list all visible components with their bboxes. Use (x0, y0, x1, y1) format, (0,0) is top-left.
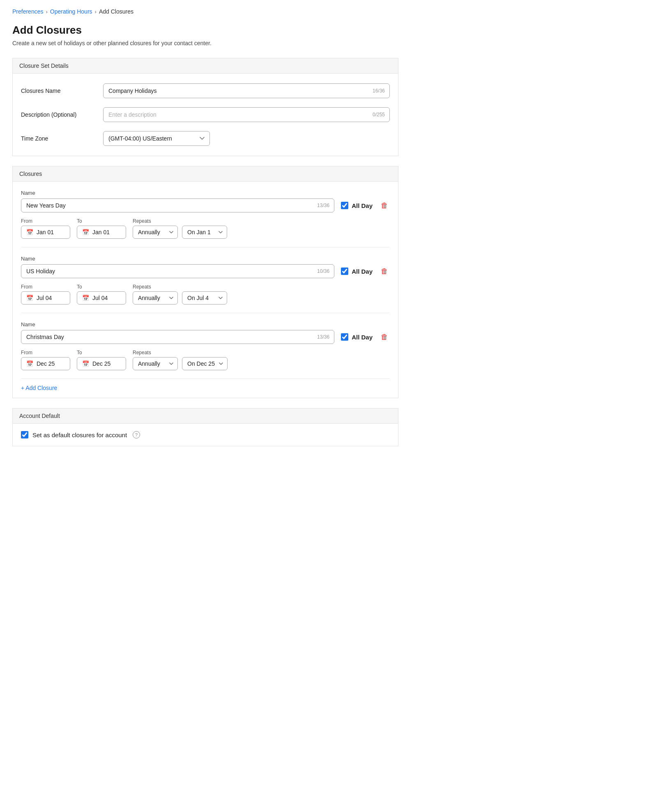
closure-1-from-date: Jan 01 (37, 229, 54, 235)
closure-1-repeats-selects: Annually Monthly Weekly Never On Jan 1 O… (133, 226, 227, 239)
breadcrumb: Preferences › Operating Hours › Add Clos… (12, 8, 398, 15)
closure-3-to-calendar-icon: 📅 (82, 360, 89, 367)
closure-2-repeats-selects: Annually Monthly Weekly Never On Jul 4 O… (133, 291, 227, 304)
closure-1-to-input[interactable]: 📅 Jan 01 (77, 226, 126, 239)
add-closure-button[interactable]: + Add Closure (21, 379, 57, 398)
closure-2-to-label: To (77, 284, 126, 290)
closure-3-repeats-selects: Annually Monthly Weekly Never On Dec 25 … (133, 357, 228, 370)
closure-3-to-group: To 📅 Dec 25 (77, 350, 126, 370)
page-subtitle: Create a new set of holidays or other pl… (12, 40, 398, 46)
closure-2-from-calendar-icon: 📅 (26, 295, 33, 301)
closure-2-from-date: Jul 04 (37, 295, 52, 301)
closure-3-to-label: To (77, 350, 126, 355)
closure-3-from-date: Dec 25 (37, 360, 55, 367)
closure-1-to-calendar-icon: 📅 (82, 229, 89, 235)
closure-3-allday-label: All Day (352, 334, 373, 341)
closures-name-label: Closures Name (21, 88, 103, 94)
closure-3-allday-checkbox[interactable] (341, 333, 348, 341)
timezone-label: Time Zone (21, 135, 103, 142)
account-default-header: Account Default (12, 408, 398, 424)
closure-3-repeats-group: Repeats Annually Monthly Weekly Never On… (133, 350, 228, 370)
closure-1-to-label: To (77, 218, 126, 224)
closure-3-delete-button[interactable]: 🗑 (379, 331, 390, 343)
closure-1-repeats-label: Repeats (133, 218, 227, 224)
closure-2-delete-button[interactable]: 🗑 (379, 265, 390, 277)
closure-item-1: Name 13/36 All Day 🗑 From 📅 Ja (21, 182, 390, 247)
description-label: Description (Optional) (21, 111, 103, 118)
description-input[interactable] (103, 107, 390, 122)
default-checkbox[interactable] (21, 431, 28, 438)
closure-3-repeats-select[interactable]: Annually Monthly Weekly Never (133, 357, 178, 370)
closure-2-dates-row: From 📅 Jul 04 To 📅 Jul 04 Repeats (21, 284, 390, 304)
closure-1-from-group: From 📅 Jan 01 (21, 218, 70, 239)
closure-item-3: Name 13/36 All Day 🗑 From 📅 De (21, 313, 390, 379)
description-row: Description (Optional) 0/255 (21, 107, 390, 122)
breadcrumb-current: Add Closures (99, 8, 133, 15)
closure-2-name-field: 10/36 (21, 264, 334, 278)
closures-name-row: Closures Name 16/36 (21, 83, 390, 98)
closure-3-name-field: 13/36 (21, 330, 334, 344)
closure-2-repeats-select[interactable]: Annually Monthly Weekly Never (133, 291, 178, 304)
closure-1-dates-row: From 📅 Jan 01 To 📅 Jan 01 Repeats (21, 218, 390, 239)
closure-3-dates-row: From 📅 Dec 25 To 📅 Dec 25 Repeats (21, 350, 390, 370)
timezone-select[interactable]: (GMT-04:00) US/Eastern (GMT-05:00) US/Ce… (103, 131, 210, 146)
closure-1-from-calendar-icon: 📅 (26, 229, 33, 235)
closure-2-repeats-group: Repeats Annually Monthly Weekly Never On… (133, 284, 227, 304)
closure-2-name-row: 10/36 All Day 🗑 (21, 264, 390, 278)
closure-1-name-field: 13/36 (21, 198, 334, 212)
timezone-row: Time Zone (GMT-04:00) US/Eastern (GMT-05… (21, 131, 390, 146)
closure-2-allday-checkbox[interactable] (341, 268, 348, 275)
closure-3-repeats-label: Repeats (133, 350, 228, 355)
closures-section: Closures Name 13/36 All Day 🗑 From (12, 166, 398, 398)
closure-1-repeats-select[interactable]: Annually Monthly Weekly Never (133, 226, 178, 239)
account-default-body: Set as default closures for account ? (12, 424, 398, 446)
closure-1-name-label: Name (21, 190, 390, 196)
closures-section-header: Closures (12, 166, 398, 182)
closure-3-from-label: From (21, 350, 70, 355)
closure-1-to-date: Jan 01 (92, 229, 110, 235)
closure-2-allday-label: All Day (352, 268, 373, 275)
closure-1-allday-area: All Day (341, 202, 373, 209)
closure-3-on-select[interactable]: On Dec 25 On Dec 24 On Dec 26 (182, 357, 228, 370)
closure-3-from-calendar-icon: 📅 (26, 360, 33, 367)
closure-3-to-date: Dec 25 (92, 360, 110, 367)
breadcrumb-operating-hours[interactable]: Operating Hours (50, 8, 92, 15)
closures-name-field: 16/36 (103, 83, 390, 98)
page-title: Add Closures (12, 24, 398, 37)
default-label: Set as default closures for account (32, 431, 127, 438)
closure-1-delete-button[interactable]: 🗑 (379, 200, 390, 212)
closure-2-allday-area: All Day (341, 268, 373, 275)
closure-2-from-input[interactable]: 📅 Jul 04 (21, 291, 70, 304)
closure-1-from-input[interactable]: 📅 Jan 01 (21, 226, 70, 239)
help-icon[interactable]: ? (133, 431, 140, 438)
closures-name-input[interactable] (103, 83, 390, 98)
closure-1-allday-label: All Day (352, 202, 373, 209)
closure-set-details-header: Closure Set Details (12, 58, 398, 74)
closure-2-repeats-label: Repeats (133, 284, 227, 290)
closure-2-name-input[interactable] (21, 264, 334, 278)
closure-1-name-input[interactable] (21, 198, 334, 212)
closure-3-allday-area: All Day (341, 333, 373, 341)
closure-1-to-group: To 📅 Jan 01 (77, 218, 126, 239)
breadcrumb-preferences[interactable]: Preferences (12, 8, 43, 15)
closure-1-on-select[interactable]: On Jan 1 On Jan 2 On Jan 3 (182, 226, 227, 239)
closure-2-to-input[interactable]: 📅 Jul 04 (77, 291, 126, 304)
closure-2-on-select[interactable]: On Jul 4 On Jul 3 On Jul 5 (182, 291, 227, 304)
closure-1-allday-checkbox[interactable] (341, 202, 348, 209)
account-default-section: Account Default Set as default closures … (12, 408, 398, 446)
closure-3-from-group: From 📅 Dec 25 (21, 350, 70, 370)
closure-3-to-input[interactable]: 📅 Dec 25 (77, 357, 126, 370)
closure-2-to-calendar-icon: 📅 (82, 295, 89, 301)
default-row: Set as default closures for account ? (21, 431, 390, 438)
closure-2-from-label: From (21, 284, 70, 290)
closure-2-name-label: Name (21, 256, 390, 262)
closure-2-to-group: To 📅 Jul 04 (77, 284, 126, 304)
closure-3-name-label: Name (21, 321, 390, 328)
breadcrumb-sep-1: › (46, 9, 47, 15)
closure-2-to-date: Jul 04 (92, 295, 108, 301)
closure-set-details-section: Closure Set Details Closures Name 16/36 … (12, 58, 398, 156)
description-field: 0/255 (103, 107, 390, 122)
closure-3-from-input[interactable]: 📅 Dec 25 (21, 357, 70, 370)
breadcrumb-sep-2: › (95, 9, 97, 15)
closure-3-name-input[interactable] (21, 330, 334, 344)
